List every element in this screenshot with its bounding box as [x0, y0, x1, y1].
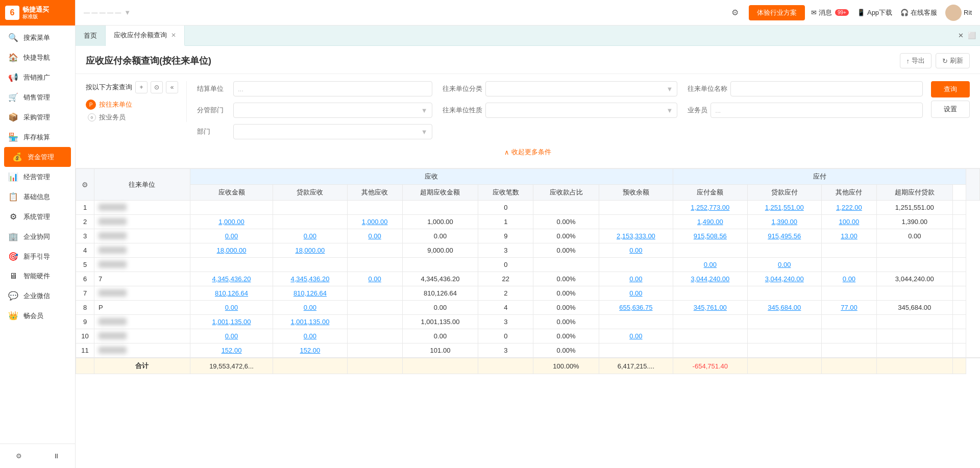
- filter-settings-btn[interactable]: ⊙: [151, 81, 163, 93]
- data-cell[interactable]: 1,252,773.00: [673, 201, 747, 215]
- sidebar-item-hardware[interactable]: 🖥 智能硬件: [0, 266, 75, 286]
- data-cell[interactable]: 18,000.00: [273, 243, 347, 258]
- data-cell[interactable]: 0.00: [190, 329, 273, 343]
- messages-button[interactable]: ✉ 消息 99+: [811, 8, 849, 17]
- sidebar-item-search[interactable]: 🔍 搜索菜单: [0, 28, 75, 47]
- data-cell[interactable]: 100.00: [821, 215, 876, 229]
- sidebar-item-member[interactable]: 👑 畅会员: [0, 306, 75, 326]
- data-cell[interactable]: [347, 315, 402, 329]
- tab-home[interactable]: 首页: [76, 26, 106, 46]
- data-cell[interactable]: [273, 258, 347, 272]
- data-cell[interactable]: [347, 329, 402, 343]
- data-cell[interactable]: [821, 286, 876, 301]
- data-cell[interactable]: 2,153,333.00: [599, 229, 673, 243]
- trial-button[interactable]: 体验行业方案: [749, 5, 805, 20]
- data-cell[interactable]: [599, 258, 673, 272]
- data-cell[interactable]: 0.00: [273, 301, 347, 315]
- data-cell[interactable]: [190, 201, 273, 215]
- data-cell[interactable]: [273, 201, 347, 215]
- data-cell[interactable]: [347, 201, 402, 215]
- data-cell[interactable]: 3,044,240.00: [747, 272, 821, 286]
- sidebar-item-system[interactable]: ⚙ 系统管理: [0, 207, 75, 227]
- data-cell[interactable]: [347, 343, 402, 358]
- data-cell[interactable]: 0.00: [347, 272, 402, 286]
- input-jiesuandanwei[interactable]: ...: [233, 81, 432, 96]
- data-cell[interactable]: 1,222.00: [821, 201, 876, 215]
- data-cell[interactable]: 13.00: [821, 229, 876, 243]
- collapse-more-btn[interactable]: ∧ 收起更多条件: [86, 143, 970, 161]
- data-cell[interactable]: [347, 301, 402, 315]
- sidebar-item-marketing[interactable]: 📢 营销推广: [0, 67, 75, 87]
- sidebar-item-operation[interactable]: 📊 经营管理: [0, 167, 75, 187]
- data-cell[interactable]: 1,000.00: [190, 215, 273, 229]
- data-cell[interactable]: [747, 286, 821, 301]
- filter-add-btn[interactable]: +: [135, 81, 148, 93]
- scheme-by-partner[interactable]: P 按往来单位: [86, 100, 178, 110]
- data-cell[interactable]: 0.00: [347, 229, 402, 243]
- data-cell[interactable]: [673, 315, 747, 329]
- sidebar-settings-btn[interactable]: ⚙: [11, 449, 27, 463]
- data-cell[interactable]: [347, 243, 402, 258]
- data-cell[interactable]: [821, 315, 876, 329]
- data-cell[interactable]: 1,001,135.00: [190, 315, 273, 329]
- data-cell[interactable]: [673, 243, 747, 258]
- data-cell[interactable]: [747, 329, 821, 343]
- data-cell[interactable]: 0.00: [273, 329, 347, 343]
- data-cell[interactable]: [747, 243, 821, 258]
- data-cell[interactable]: 1,000.00: [347, 215, 402, 229]
- sidebar-item-basic[interactable]: 📋 基础信息: [0, 187, 75, 207]
- query-button[interactable]: 查询: [931, 81, 970, 97]
- user-profile[interactable]: Rit: [945, 5, 972, 21]
- data-cell[interactable]: 345,684.00: [747, 301, 821, 315]
- table-settings-icon[interactable]: ⚙: [82, 181, 88, 189]
- data-cell[interactable]: 0.00: [273, 229, 347, 243]
- data-cell[interactable]: 0.00: [599, 286, 673, 301]
- tab-close-button[interactable]: ✕: [171, 32, 176, 39]
- data-cell[interactable]: 3,044,240.00: [673, 272, 747, 286]
- data-cell[interactable]: 915,495.56: [747, 229, 821, 243]
- data-cell[interactable]: [673, 286, 747, 301]
- data-cell[interactable]: 0.00: [599, 329, 673, 343]
- data-cell[interactable]: [673, 343, 747, 358]
- sidebar-collapse-btn[interactable]: ⏸: [48, 449, 65, 463]
- data-cell[interactable]: 810,126.64: [273, 286, 347, 301]
- sidebar-item-wechat[interactable]: 💬 企业微信: [0, 286, 75, 306]
- data-cell[interactable]: 810,126.64: [190, 286, 273, 301]
- filter-collapse-btn[interactable]: «: [166, 81, 178, 93]
- data-cell[interactable]: [190, 258, 273, 272]
- header-settings-button[interactable]: ⚙: [727, 5, 743, 20]
- data-cell[interactable]: [599, 201, 673, 215]
- data-cell[interactable]: 0.00: [821, 272, 876, 286]
- data-cell[interactable]: [599, 215, 673, 229]
- input-partner-name[interactable]: [730, 81, 923, 96]
- input-partner-category[interactable]: ▼: [485, 81, 678, 96]
- settings-query-button[interactable]: 设置: [931, 101, 970, 118]
- data-cell[interactable]: 0.00: [190, 229, 273, 243]
- data-cell[interactable]: 0.00: [599, 272, 673, 286]
- sidebar-item-enterprise[interactable]: 🏢 企业协同: [0, 227, 75, 247]
- input-salesperson[interactable]: ...: [710, 103, 923, 118]
- input-department[interactable]: ▼: [233, 103, 432, 118]
- close-window-icon[interactable]: ✕: [958, 32, 964, 39]
- sidebar-item-inventory[interactable]: 🏪 库存核算: [0, 127, 75, 147]
- data-cell[interactable]: 0.00: [190, 301, 273, 315]
- data-cell[interactable]: 152.00: [273, 343, 347, 358]
- data-cell[interactable]: [821, 343, 876, 358]
- data-cell[interactable]: 4,345,436.20: [190, 272, 273, 286]
- sidebar-item-purchase[interactable]: 📦 采购管理: [0, 107, 75, 127]
- tab-ar-ap[interactable]: 应收应付余额查询 ✕: [106, 26, 185, 46]
- data-cell[interactable]: 77.00: [821, 301, 876, 315]
- data-cell[interactable]: 0.00: [673, 258, 747, 272]
- data-cell[interactable]: [347, 258, 402, 272]
- data-cell[interactable]: [273, 215, 347, 229]
- export-button[interactable]: ↑ 导出: [900, 53, 932, 68]
- data-cell[interactable]: 1,251,551.00: [747, 201, 821, 215]
- data-cell[interactable]: 655,636.75: [599, 301, 673, 315]
- data-cell[interactable]: 4,345,436.20: [273, 272, 347, 286]
- data-cell[interactable]: [821, 258, 876, 272]
- data-cell[interactable]: 345,761.00: [673, 301, 747, 315]
- data-cell[interactable]: [673, 329, 747, 343]
- refresh-button[interactable]: ↻ 刷新: [936, 53, 970, 68]
- scheme-by-salesperson[interactable]: ○ 按业务员: [86, 113, 178, 122]
- data-cell[interactable]: 0.00: [599, 243, 673, 258]
